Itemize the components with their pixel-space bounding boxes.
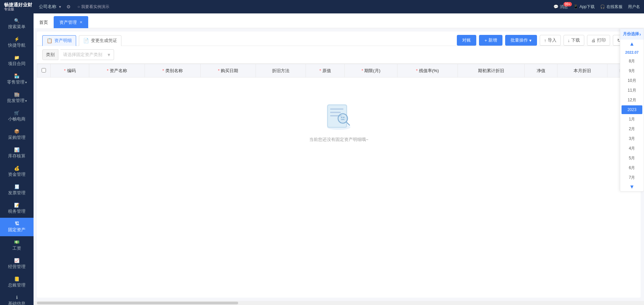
print-button[interactable]: 🖨 打印 <box>587 35 610 46</box>
month-panel-collapse-btn[interactable]: › <box>639 32 641 37</box>
download-button[interactable]: ↓ 下载 <box>564 35 585 46</box>
import-button[interactable]: ↑ 导入 <box>540 35 561 46</box>
company-selector[interactable]: 公司名称 ▼ <box>39 4 62 10</box>
import-label: 导入 <box>548 37 556 43</box>
sidebar-item-operations[interactable]: 📈 经营管理 <box>0 255 34 273</box>
month-panel-header: 月份选择 › <box>620 29 644 40</box>
app-logo: 畅捷通好业财 专业版 <box>4 2 32 12</box>
month-10-label: 10月 <box>628 78 636 84</box>
th-residual-rate: 残值率(%) <box>397 64 458 78</box>
user-label: 用户名 <box>628 4 640 10</box>
app-download-button[interactable]: 📱 App下载 <box>573 4 595 10</box>
empty-text: 当前您还没有固定资产明细哦~ <box>309 137 369 143</box>
sidebar-item-payroll[interactable]: 💵 工资 <box>0 236 34 255</box>
month-nav-down[interactable]: ▼ <box>620 183 644 191</box>
sidebar-label-finance: 资金管理 <box>8 171 25 177</box>
category-filter: 类别 请选择固定资产类别 ▼ <box>42 49 114 60</box>
top-bar-right: 💬 消息 99+ 📱 App下载 🎧 在线客服 用户名 <box>553 4 640 10</box>
sidebar-item-search[interactable]: 🔍 搜索菜单 <box>0 15 34 33</box>
filter-select[interactable]: 请选择固定资产类别 ▼ <box>60 49 114 60</box>
month-item-9[interactable]: 9月 <box>620 66 644 76</box>
current-year-badge: 2023 <box>622 105 642 114</box>
retail-arrow-icon: ▾ <box>25 81 27 84</box>
month-panel-title: 月份选择 <box>623 31 639 37</box>
select-all-checkbox[interactable] <box>42 68 46 72</box>
asset-detail-icon: 📋 <box>47 38 52 43</box>
month-item-10[interactable]: 10月 <box>620 76 644 86</box>
month-item-12[interactable]: 12月 <box>620 95 644 105</box>
month-2023-6-label: 6月 <box>629 165 635 171</box>
sidebar-item-ecommerce[interactable]: 🛒 小畅电商 <box>0 107 34 125</box>
th-original-value: 原值 <box>306 64 344 78</box>
chevron-down-icon: ▼ <box>629 184 635 190</box>
month-item-11[interactable]: 11月 <box>620 86 644 95</box>
month-nav-up[interactable]: ▲ <box>620 40 644 48</box>
svg-rect-3 <box>330 108 343 110</box>
sidebar-item-purchase[interactable]: 📦 采购管理 <box>0 125 34 144</box>
company-name: 公司名称 <box>39 4 56 10</box>
tab-asset-mgmt-label: 资产管理 <box>59 19 77 26</box>
download-icon: ↓ <box>568 38 570 43</box>
demo-link[interactable]: ○ 我要看实例演示 <box>77 4 109 10</box>
sidebar-item-project[interactable]: 📁 项目合同 <box>0 52 34 70</box>
sidebar-item-tax[interactable]: 📝 税务管理 <box>0 199 34 218</box>
asset-table-container: 编码 资产名称 类别名称 购买日期 折旧方法 原值 期限(月) 残值率(%) 期… <box>37 64 641 298</box>
top-bar: 畅捷通好业财 专业版 公司名称 ▼ ⚙ ○ 我要看实例演示 💬 消息 99+ 📱… <box>0 0 644 13</box>
month-item-2023-7[interactable]: 7月 <box>620 173 644 183</box>
ledger-icon: 📒 <box>14 276 19 282</box>
sidebar-item-invoice[interactable]: 🧾 发票管理 <box>0 181 34 199</box>
asset-table: 编码 资产名称 类别名称 购买日期 折旧方法 原值 期限(月) 残值率(%) 期… <box>37 64 641 163</box>
filter-placeholder: 请选择固定资产类别 <box>63 52 102 58</box>
tab-bar: 首页 资产管理 ✕ <box>34 13 644 28</box>
sub-tab-asset-detail-label: 资产明细 <box>54 38 72 44</box>
sub-tab-asset-detail[interactable]: 📋 资产明细 <box>42 35 76 46</box>
inventory-icon: 📊 <box>14 147 19 152</box>
month-item-2023-1[interactable]: 1月 <box>620 114 644 124</box>
th-period: 期限(月) <box>344 64 397 78</box>
tab-home[interactable]: 首页 <box>34 16 54 28</box>
batch-label: 批量操作 <box>511 37 528 43</box>
invoice-icon: 🧾 <box>14 184 19 189</box>
month-item-2023-2[interactable]: 2月 <box>620 124 644 134</box>
inner-panel: 📋 资产明细 📄 变更生成凭证 对账 + 新增 批 <box>37 32 641 298</box>
phone-icon: 📱 <box>573 4 578 9</box>
month-12-label: 12月 <box>628 97 636 103</box>
online-service-label: 在线客服 <box>606 4 623 10</box>
reconcile-button[interactable]: 对账 <box>457 35 476 46</box>
tab-asset-mgmt[interactable]: 资产管理 ✕ <box>54 16 88 28</box>
tab-close-icon[interactable]: ✕ <box>79 20 83 24</box>
svg-point-9 <box>341 117 342 118</box>
sidebar-item-quick-nav[interactable]: ⚡ 快捷导航 <box>0 33 34 52</box>
sub-tab-change-voucher[interactable]: 📄 变更生成凭证 <box>79 35 121 46</box>
add-button[interactable]: + 新增 <box>479 35 502 46</box>
chevron-up-icon: ▲ <box>629 41 635 47</box>
tab-home-label: 首页 <box>39 19 48 26</box>
month-8-label: 8月 <box>629 58 635 64</box>
online-service-button[interactable]: 🎧 在线客服 <box>600 4 623 10</box>
th-monthly-depreciation: 本月折旧 <box>557 64 607 78</box>
month-item-2023-4[interactable]: 4月 <box>620 144 644 153</box>
sidebar-item-finance[interactable]: 💰 资金管理 <box>0 162 34 181</box>
sidebar-item-ledger[interactable]: 📒 总账管理 <box>0 273 34 292</box>
bottom-scrollbar[interactable] <box>34 301 644 305</box>
th-category: 类别名称 <box>145 64 201 78</box>
sidebar-item-inventory[interactable]: 📊 库存核算 <box>0 144 34 162</box>
sidebar-item-wholesale[interactable]: 🏬 批发管理 ▾ <box>0 89 34 107</box>
message-button[interactable]: 💬 消息 99+ <box>553 4 568 10</box>
sidebar-label-basic-info: 基础信息 <box>8 301 25 305</box>
batch-button[interactable]: 批量操作 ▾ <box>505 35 537 46</box>
settings-icon[interactable]: ⚙ <box>66 4 71 9</box>
plus-icon: + <box>484 38 487 43</box>
main-layout: 🔍 搜索菜单 ⚡ 快捷导航 📁 项目合同 🏪 零售管理 ▾ 🏬 批发管理 ▾ <box>0 13 644 305</box>
sidebar-item-basic-info[interactable]: ℹ 基础信息 <box>0 292 34 305</box>
user-button[interactable]: 用户名 <box>628 4 640 10</box>
month-item-2023-5[interactable]: 5月 <box>620 153 644 163</box>
month-item-2023-3[interactable]: 3月 <box>620 134 644 144</box>
month-2023-3-label: 3月 <box>629 136 635 142</box>
sidebar-item-fixed-assets[interactable]: 🏗 固定资产 <box>0 218 34 236</box>
month-item-2023-6[interactable]: 6月 <box>620 163 644 173</box>
month-item-8[interactable]: 8月 <box>620 56 644 66</box>
sidebar-item-retail[interactable]: 🏪 零售管理 ▾ <box>0 70 34 89</box>
import-icon: ↑ <box>544 38 546 43</box>
download-label: 下载 <box>571 37 580 43</box>
